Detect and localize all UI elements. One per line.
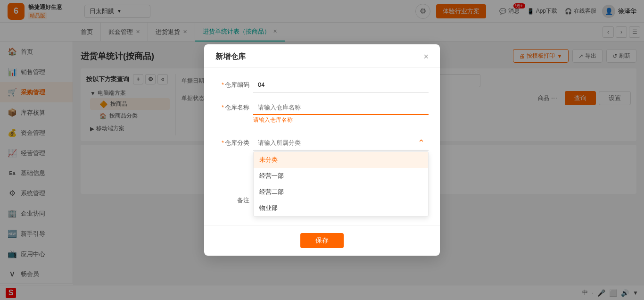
category-dropdown-list: 未分类 经营一部 经营二部 物业部 — [253, 151, 429, 217]
note-label: 备注 — [215, 193, 253, 208]
modal-body: 仓库编码 仓库名称 请输入仓库名称 仓库分类 ⌃ 未分类 — [204, 68, 440, 225]
dropdown-item-unclassified[interactable]: 未分类 — [254, 152, 428, 168]
dropdown-item-dept2[interactable]: 经营二部 — [254, 184, 428, 200]
save-button[interactable]: 保存 — [300, 233, 344, 248]
name-input-wrapper: 请输入仓库名称 — [253, 100, 429, 124]
dropdown-item-dept1[interactable]: 经营一部 — [254, 168, 428, 184]
modal-header: 新增仓库 × — [204, 44, 440, 68]
name-label: 仓库名称 — [215, 100, 253, 115]
modal-overlay: 新增仓库 × 仓库编码 仓库名称 请输入仓库名称 仓库分类 — [0, 0, 644, 300]
modal-close-button[interactable]: × — [423, 52, 429, 62]
category-dropdown-arrow[interactable]: ⌃ — [418, 139, 425, 147]
code-input[interactable] — [253, 77, 429, 92]
new-warehouse-modal: 新增仓库 × 仓库编码 仓库名称 请输入仓库名称 仓库分类 — [204, 44, 440, 256]
dropdown-item-dept3[interactable]: 物业部 — [254, 200, 428, 216]
modal-footer: 保存 — [204, 225, 440, 256]
category-field-row: 仓库分类 ⌃ 未分类 经营一部 经营二部 物业部 — [215, 135, 429, 150]
code-field-row: 仓库编码 — [215, 77, 429, 92]
modal-title: 新增仓库 — [215, 52, 246, 62]
category-label: 仓库分类 — [215, 135, 253, 150]
category-dropdown-wrapper: ⌃ 未分类 经营一部 经营二部 物业部 — [253, 135, 429, 150]
category-input[interactable] — [253, 135, 429, 150]
name-input[interactable] — [253, 100, 429, 115]
name-field-row: 仓库名称 请输入仓库名称 — [215, 100, 429, 124]
name-error-message: 请输入仓库名称 — [253, 116, 429, 124]
code-label: 仓库编码 — [215, 77, 253, 92]
